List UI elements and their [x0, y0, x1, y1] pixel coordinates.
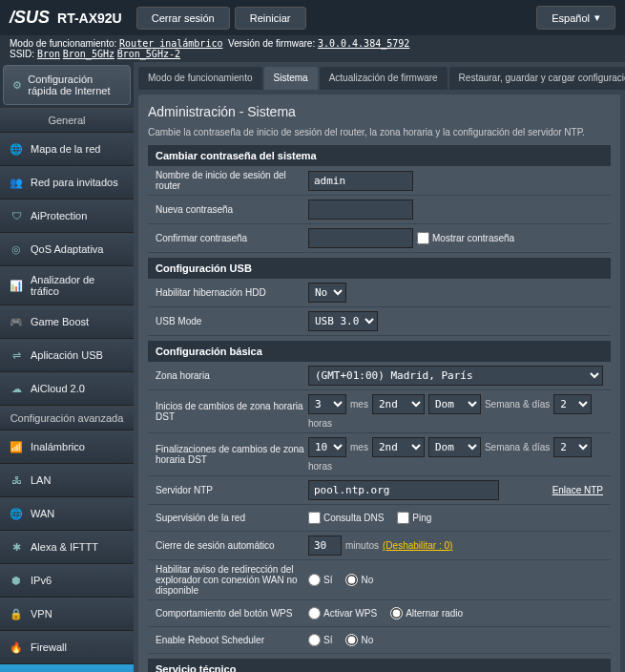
sidebar-item-quick-setup[interactable]: ⚙Configuración rápida de Internet	[3, 65, 131, 105]
cloud-icon: ☁	[8, 380, 25, 397]
model: RT-AX92U	[57, 10, 122, 26]
wan-redirect-yes[interactable]: Sí	[308, 574, 332, 586]
gauge-icon: ◎	[8, 241, 25, 258]
firmware-link[interactable]: 3.0.0.4.384_5792	[318, 38, 409, 49]
reboot-label: Enable Reboot Scheduler	[156, 635, 308, 645]
section-password: Cambiar contraseña del sistema	[148, 145, 611, 166]
ntp-input[interactable]	[308, 480, 499, 500]
tab-system[interactable]: Sistema	[264, 67, 318, 90]
autologout-label: Cierre de sesión automático	[156, 540, 308, 551]
reboot-button[interactable]: Reiniciar	[235, 7, 306, 30]
ssid-link[interactable]: Bron_5GHz-2	[117, 49, 180, 59]
chart-icon: 📊	[8, 277, 25, 294]
showpwd-label[interactable]: Mostrar contraseña	[417, 232, 514, 244]
sidebar-item-traffic-analyzer[interactable]: 📊Analizador de tráfico	[0, 266, 134, 305]
wifi-icon: 📶	[8, 438, 25, 455]
sidebar-item-vpn[interactable]: 🔒VPN	[0, 598, 134, 631]
sidebar-item-game-boost[interactable]: 🎮Game Boost	[0, 305, 134, 339]
sidebar-item-aiprotection[interactable]: 🛡AiProtection	[0, 200, 134, 233]
usbmode-select[interactable]: USB 3.0	[308, 311, 378, 331]
content: Modo de funcionamiento Sistema Actualiza…	[134, 62, 625, 672]
shield-icon: 🛡	[8, 207, 25, 224]
sidebar-item-wan[interactable]: 🌐WAN	[0, 497, 134, 531]
dst-start-day[interactable]: Dom	[428, 394, 481, 414]
tab-operation-mode[interactable]: Modo de funcionamiento	[138, 67, 262, 90]
language-button[interactable]: Español▾	[536, 6, 615, 30]
infobar: Modo de funcionamiento: Router inalámbri…	[0, 35, 625, 62]
sidebar-item-aicloud[interactable]: ☁AiCloud 2.0	[0, 372, 134, 406]
sidebar-item-firewall[interactable]: 🔥Firewall	[0, 631, 134, 664]
globe-icon: 🌐	[8, 505, 25, 522]
sidebar-item-ipv6[interactable]: ⬢IPv6	[0, 564, 134, 598]
sidebar-item-guest-network[interactable]: 👥Red para invitados	[0, 166, 134, 200]
netmon-dns[interactable]: Consulta DNS	[308, 512, 384, 524]
logout-button[interactable]: Cerrar sesión	[136, 7, 230, 30]
dst-end-label: Finalizaciones de cambios de zona horari…	[156, 444, 308, 465]
wan-redirect-no[interactable]: No	[345, 574, 373, 586]
dst-start-month[interactable]: 3	[308, 394, 346, 414]
wan-redirect-label: Habilitar aviso de redirección del explo…	[156, 564, 308, 596]
panel-desc: Cambie la contraseña de inicio de sesión…	[148, 127, 611, 137]
wps-toggle[interactable]: Alternar radio	[390, 607, 463, 620]
dst-end-month[interactable]: 10	[308, 437, 346, 457]
tz-select[interactable]: (GMT+01:00) Madrid, París	[308, 366, 603, 386]
globe-icon: 🌐	[8, 140, 25, 158]
login-input[interactable]	[308, 171, 413, 191]
newpwd-input[interactable]	[308, 200, 413, 220]
confirmpwd-input[interactable]	[308, 228, 413, 248]
panel: Administración - Sistema Cambie la contr…	[138, 94, 620, 672]
sidebar-item-usb-app[interactable]: ⇌Aplicación USB	[0, 339, 134, 372]
sidebar-item-qos[interactable]: ◎QoS Adaptativa	[0, 233, 134, 266]
usbmode-label: USB Mode	[156, 316, 308, 326]
section-service: Servicio técnico	[148, 659, 611, 672]
sidebar-item-lan[interactable]: 🖧LAN	[0, 464, 134, 497]
wps-activate[interactable]: Activar WPS	[308, 607, 377, 620]
dst-end-hour[interactable]: 2	[553, 437, 592, 457]
sidebar: ⚙Configuración rápida de Internet Genera…	[0, 62, 134, 672]
fire-icon: 🔥	[8, 639, 25, 656]
gear-icon: ⚙	[11, 76, 22, 94]
usb-icon: ⇌	[8, 346, 25, 364]
newpwd-label: Nueva contraseña	[156, 204, 308, 215]
reboot-no[interactable]: No	[345, 634, 373, 646]
section-basic: Configuración básica	[148, 341, 611, 362]
showpwd-checkbox[interactable]	[417, 232, 429, 244]
section-usb: Configuración USB	[148, 258, 611, 279]
sidebar-item-network-map[interactable]: 🌐Mapa de la red	[0, 133, 134, 166]
sidebar-item-administration[interactable]: ⚙Administración	[0, 664, 134, 672]
wps-label: Comportamiento del botón WPS	[156, 608, 308, 619]
ntp-label: Servidor NTP	[156, 485, 308, 495]
ntp-link[interactable]: Enlace NTP	[552, 485, 603, 495]
lan-icon: 🖧	[8, 472, 25, 489]
sidebar-item-alexa-ifttt[interactable]: ✱Alexa & IFTTT	[0, 531, 134, 564]
confirmpwd-label: Confirmar contraseña	[156, 233, 308, 243]
sidebar-header-advanced: Configuración avanzada	[0, 406, 134, 430]
people-icon: 👥	[8, 174, 25, 191]
tab-restore[interactable]: Restaurar, guardar y cargar configuració…	[449, 67, 625, 90]
netmon-label: Supervisión de la red	[156, 513, 308, 523]
reboot-yes[interactable]: Sí	[308, 634, 332, 646]
dst-end-day[interactable]: Dom	[428, 437, 481, 457]
tz-label: Zona horaria	[156, 370, 308, 381]
dst-start-week[interactable]: 2nd	[372, 394, 425, 414]
logo: /SUS	[10, 8, 50, 28]
netmon-ping[interactable]: Ping	[397, 512, 431, 524]
ssid-link[interactable]: Bron	[37, 49, 60, 59]
dst-start-hour[interactable]: 2	[553, 394, 592, 414]
autologout-input[interactable]	[308, 536, 342, 556]
vpn-icon: 🔒	[8, 605, 25, 622]
dst-end-week[interactable]: 2nd	[372, 437, 425, 457]
autologout-disable[interactable]: (Deshabilitar : 0)	[383, 540, 452, 551]
gamepad-icon: 🎮	[8, 313, 25, 330]
ssid-link[interactable]: Bron_5GHz	[63, 49, 115, 59]
tab-firmware[interactable]: Actualización de firmware	[320, 67, 448, 90]
sidebar-item-wireless[interactable]: 📶Inalámbrico	[0, 430, 134, 464]
login-label: Nombre de inicio de sesión del router	[156, 170, 308, 191]
panel-title: Administración - Sistema	[148, 104, 611, 119]
mode-link[interactable]: Router inalámbrico	[119, 38, 222, 49]
hdd-label: Habilitar hibernación HDD	[156, 287, 308, 298]
tabs: Modo de funcionamiento Sistema Actualiza…	[138, 67, 620, 90]
dst-start-label: Inicios de cambios de zona horaria DST	[156, 401, 308, 422]
hdd-select[interactable]: No	[308, 283, 346, 303]
ipv6-icon: ⬢	[8, 572, 25, 589]
